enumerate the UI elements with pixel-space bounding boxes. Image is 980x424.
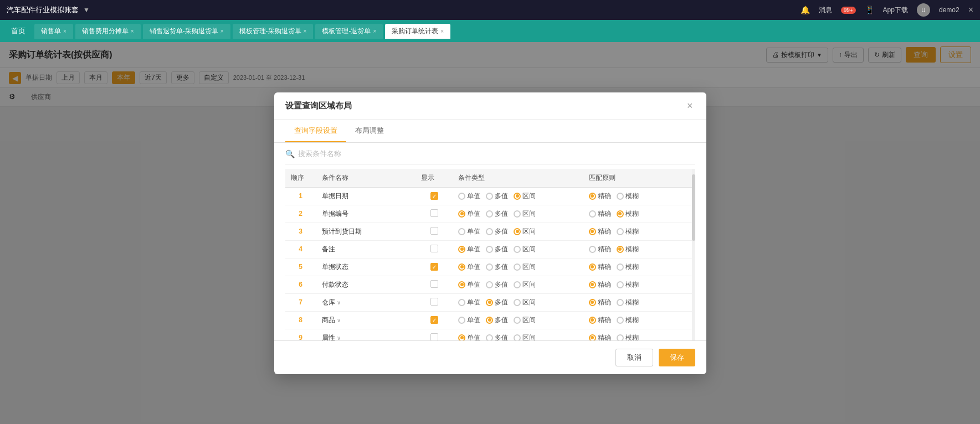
match-radio-精确[interactable]: 精确 [589,280,611,289]
cell-display[interactable] [415,258,453,276]
cancel-button[interactable]: 取消 [615,349,653,366]
match-radio-精确[interactable]: 精确 [589,316,611,325]
type-radio-区间[interactable]: 区间 [514,209,536,219]
type-radio-单值[interactable]: 单值 [458,280,480,289]
match-radio-精确[interactable]: 精确 [589,227,611,236]
match-radio-模糊[interactable]: 模糊 [617,298,639,307]
cell-display[interactable] [415,293,453,311]
match-radio-模糊[interactable]: 模糊 [617,280,639,289]
topbar-close-button[interactable]: × [968,5,973,15]
type-radio-区间[interactable]: 区间 [514,280,536,289]
type-radio-单值[interactable]: 单值 [458,245,480,254]
cell-order: 5 [285,258,316,276]
type-radio-多值[interactable]: 多值 [486,333,508,340]
cell-display[interactable] [415,223,453,240]
type-radio-区间[interactable]: 区间 [514,298,536,307]
cell-display[interactable] [415,187,453,205]
match-radio-精确[interactable]: 精确 [589,262,611,272]
type-radio-单值[interactable]: 单值 [458,262,480,272]
save-button[interactable]: 保存 [659,349,695,366]
display-checkbox[interactable] [430,227,438,235]
type-radio-单值[interactable]: 单值 [458,209,480,219]
type-radio-多值[interactable]: 多值 [486,316,508,325]
display-checkbox[interactable] [430,192,438,200]
tab-template-purchase[interactable]: 模板管理-采购退货单 × [233,24,314,39]
type-radio-区间[interactable]: 区间 [514,192,536,201]
type-radio-多值[interactable]: 多值 [486,298,508,307]
type-radio-多值[interactable]: 多值 [486,280,508,289]
type-radio-单值[interactable]: 单值 [458,316,480,325]
radio-label-match-精确: 精确 [598,192,611,201]
match-radio-模糊[interactable]: 模糊 [617,262,639,272]
cell-display[interactable] [415,276,453,293]
notification-label[interactable]: 消息 [819,6,832,15]
brand-dropdown-icon[interactable]: ▼ [83,6,90,14]
tab-purchase-stats-close[interactable]: × [440,28,444,34]
tab-purchase-stats[interactable]: 采购订单统计表 × [385,24,450,39]
display-checkbox[interactable] [430,316,438,324]
dialog-close-button[interactable]: × [685,100,695,112]
tab-sales-expense-close[interactable]: × [131,28,134,34]
match-radio-精确[interactable]: 精确 [589,298,611,307]
tab-layout-adjust[interactable]: 布局调整 [346,120,393,142]
condition-name-label: 单据编号 [322,210,348,218]
type-radio-单值[interactable]: 单值 [458,227,480,236]
type-radio-多值[interactable]: 多值 [486,192,508,201]
display-checkbox[interactable] [430,333,438,340]
type-radio-单值[interactable]: 单值 [458,298,480,307]
chevron-down-icon[interactable]: ∨ [337,335,341,340]
display-checkbox[interactable] [430,209,438,217]
match-radio-模糊[interactable]: 模糊 [617,333,639,340]
chevron-down-icon[interactable]: ∨ [337,317,341,323]
search-input[interactable] [298,149,695,158]
tab-sales-close[interactable]: × [63,28,66,34]
app-download-label[interactable]: App下载 [883,6,908,15]
match-radio-精确[interactable]: 精确 [589,245,611,254]
cell-display[interactable] [415,329,453,340]
tab-sales-return-close[interactable]: × [220,28,224,34]
tab-sales-expense[interactable]: 销售费用分摊单 × [75,24,141,39]
tab-template-purchase-close[interactable]: × [304,28,307,34]
match-radio-模糊[interactable]: 模糊 [617,316,639,325]
type-radio-区间[interactable]: 区间 [514,245,536,254]
match-radio-模糊[interactable]: 模糊 [617,192,639,201]
match-radio-模糊[interactable]: 模糊 [617,227,639,236]
type-radio-区间[interactable]: 区间 [514,316,536,325]
type-radio-单值[interactable]: 单值 [458,333,480,340]
tab-query-fields[interactable]: 查询字段设置 [285,120,346,142]
scrollbar-thumb[interactable] [692,174,695,241]
type-radio-多值[interactable]: 多值 [486,209,508,219]
match-radio-精确[interactable]: 精确 [589,333,611,340]
match-radio-精确[interactable]: 精确 [589,192,611,201]
type-radio-单值[interactable]: 单值 [458,192,480,201]
type-radio-区间[interactable]: 区间 [514,227,536,236]
tab-template-return[interactable]: 模板管理-退货单 × [315,24,383,39]
match-radio-模糊[interactable]: 模糊 [617,209,639,219]
type-radio-多值[interactable]: 多值 [486,227,508,236]
user-name[interactable]: demo2 [939,6,960,14]
type-radio-区间[interactable]: 区间 [514,333,536,340]
tab-sales[interactable]: 销售单 × [34,24,73,39]
display-checkbox[interactable] [430,298,438,306]
type-radio-区间[interactable]: 区间 [514,262,536,272]
radio-dot-单值 [458,228,465,235]
cell-match: 精确 模糊 [583,329,695,340]
radio-dot-区间 [514,228,521,235]
cell-display[interactable] [415,240,453,258]
cell-name: 单据状态 [316,258,415,276]
type-radio-多值[interactable]: 多值 [486,245,508,254]
match-radio-模糊[interactable]: 模糊 [617,245,639,254]
cell-display[interactable] [415,205,453,223]
match-radio-精确[interactable]: 精确 [589,209,611,219]
tab-template-return-close[interactable]: × [373,28,376,34]
radio-dot-match-精确 [589,228,596,235]
type-radio-多值[interactable]: 多值 [486,262,508,272]
cell-order: 2 [285,205,316,223]
cell-display[interactable] [415,311,453,329]
display-checkbox[interactable] [430,245,438,252]
display-checkbox[interactable] [430,263,438,271]
chevron-down-icon[interactable]: ∨ [337,299,341,306]
sidebar-item-home[interactable]: 首页 [4,23,32,39]
display-checkbox[interactable] [430,280,438,288]
tab-sales-return[interactable]: 销售退货单-采购退货单 × [143,24,230,39]
